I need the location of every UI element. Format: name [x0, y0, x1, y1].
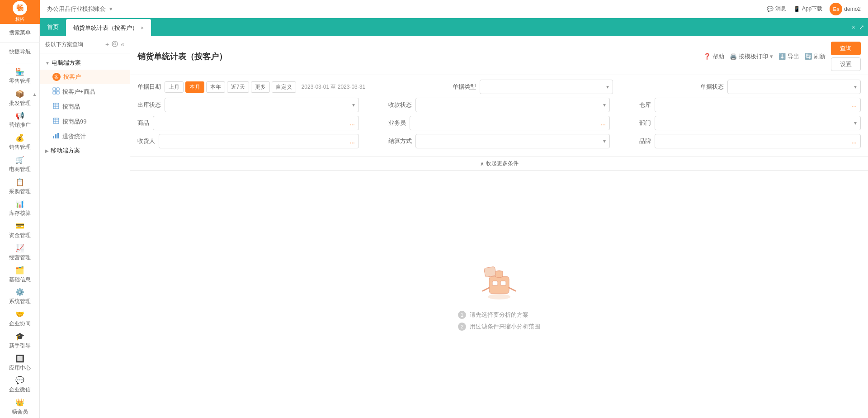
corp-icon: 🤝 — [15, 310, 24, 318]
svg-rect-18 — [489, 276, 509, 294]
brand-group: 品牌 ... — [639, 134, 861, 148]
scheme-group-desktop-header[interactable]: ▼ 电脑端方案 — [40, 56, 130, 70]
quick-nav-label: 快捷导航 — [9, 48, 31, 56]
brand-input[interactable]: ... — [655, 134, 861, 148]
sidebar-item-purchase[interactable]: 📋 采购管理 — [0, 176, 40, 198]
sidebar-item-wechat[interactable]: 💬 企业微信 — [0, 374, 40, 396]
apps-icon: 🔲 — [15, 354, 24, 363]
date-7days-btn[interactable]: 近7天 — [227, 81, 249, 93]
receiver-dots[interactable]: ... — [349, 138, 355, 145]
sidebar-item-basic[interactable]: 🗂️ 基础信息 — [0, 264, 40, 286]
svg-line-22 — [509, 288, 515, 291]
tab-home[interactable]: 首页 — [40, 18, 66, 36]
app-download-button[interactable]: 📱 App下载 — [793, 5, 822, 13]
scheme-item-by-customer-goods-label: 按客户+商品 — [62, 88, 95, 96]
topbar-title: 办公用品行业模拟账套 — [47, 5, 106, 13]
collapse-bar[interactable]: ∧ 收起更多条件 — [130, 157, 868, 171]
edit-scheme-icon[interactable] — [112, 41, 118, 48]
left-panel-header: 按以下方案查询 + « — [40, 36, 130, 53]
logo-symbol: 畅 — [16, 4, 24, 13]
wholesale-expand-icon: ▲ — [33, 92, 37, 97]
print-label: 按模板打印 — [739, 52, 768, 61]
sidebar-item-newbie[interactable]: 🎓 新手引导 — [0, 330, 40, 352]
app-download-label: App下载 — [802, 5, 822, 13]
tab-minimize-icon[interactable]: × — [852, 24, 855, 31]
out-status-select[interactable]: ▾ — [165, 98, 359, 112]
print-dropdown-icon[interactable]: ▾ — [770, 53, 773, 60]
scheme-group-mobile-header[interactable]: ▶ 移动端方案 — [40, 144, 130, 157]
quick-nav-item[interactable]: 快捷导航 — [0, 43, 40, 61]
tab-maximize-icon[interactable]: ⤢ — [859, 24, 864, 31]
sidebar-item-apps[interactable]: 🔲 应用中心 — [0, 352, 40, 374]
filter-row-2: 出库状态 ▾ 收款状态 ▾ — [137, 98, 861, 112]
goods-dots[interactable]: ... — [349, 119, 355, 127]
sidebar-item-inventory[interactable]: 📊 库存核算 — [0, 198, 40, 220]
scheme-item-by-goods99-label: 按商品99 — [62, 118, 86, 126]
sidebar-divider — [6, 63, 33, 63]
sidebar-item-member[interactable]: 👑 畅会员 — [0, 396, 40, 418]
scheme-item-return-stats[interactable]: 退货统计 — [40, 129, 130, 144]
system-icon: ⚙️ — [15, 288, 24, 296]
sidebar-item-ecommerce[interactable]: 🛒 电商管理 — [0, 153, 40, 176]
user-profile[interactable]: Ea demo2 — [830, 3, 861, 15]
sidebar-item-ecommerce-label: 电商管理 — [9, 166, 31, 173]
payment-status-select[interactable]: ▾ — [415, 98, 610, 112]
date-this-year-btn[interactable]: 本年 — [206, 81, 225, 93]
avatar: Ea — [830, 3, 842, 15]
date-custom-btn[interactable]: 自定义 — [272, 81, 296, 93]
sidebar-item-retail[interactable]: 🏪 零售管理 — [0, 65, 40, 87]
purchase-icon: 📋 — [15, 178, 24, 186]
sidebar-item-marketing[interactable]: 📢 营销推广 — [0, 109, 40, 132]
date-more-btn[interactable]: 更多 — [251, 81, 270, 93]
dept-select[interactable]: ▾ — [655, 116, 861, 130]
logo-icon: 畅 — [13, 1, 27, 15]
brand-dots[interactable]: ... — [851, 138, 857, 145]
date-this-month-btn[interactable]: 本月 — [185, 81, 204, 93]
receiver-input[interactable]: ... — [159, 134, 359, 148]
export-label: 导出 — [788, 52, 799, 61]
collapse-panel-icon[interactable]: « — [121, 41, 124, 48]
help-button[interactable]: ❓ 帮助 — [703, 52, 724, 61]
sidebar-item-sales[interactable]: 💰 销售管理 — [0, 131, 40, 153]
sidebar-item-apps-label: 应用中心 — [9, 364, 31, 372]
scheme-item-return-stats-label: 退货统计 — [62, 133, 86, 141]
warehouse-input[interactable]: ... — [655, 98, 861, 112]
query-button[interactable]: 查询 — [831, 42, 861, 55]
sidebar-item-system[interactable]: ⚙️ 系统管理 — [0, 286, 40, 308]
add-scheme-icon[interactable]: + — [105, 41, 109, 48]
sidebar-item-finance[interactable]: 💳 资金管理 — [0, 219, 40, 242]
settlement-select[interactable]: ▾ — [415, 134, 610, 148]
scheme-item-by-customer[interactable]: 客 按客户 — [40, 70, 130, 84]
sidebar-item-operation[interactable]: 📈 经营管理 — [0, 242, 40, 264]
receiver-label: 收货人 — [137, 137, 155, 145]
basic-icon: 🗂️ — [15, 266, 24, 275]
sidebar-logo[interactable]: 畅 标搭 — [0, 0, 40, 24]
search-menu-item[interactable]: 搜索菜单 — [0, 24, 40, 43]
settlement-arrow: ▾ — [603, 138, 606, 144]
doc-type-arrow: ▾ — [606, 84, 609, 90]
sidebar-item-marketing-label: 营销推广 — [9, 121, 31, 129]
date-last-month-btn[interactable]: 上月 — [165, 81, 184, 93]
print-button[interactable]: 🖨️ 按模板打印 ▾ — [730, 52, 773, 61]
message-button[interactable]: 💬 消息 — [767, 5, 786, 13]
sidebar-item-wholesale[interactable]: 📦 批发管理 ▲ — [0, 87, 40, 109]
topbar-dropdown-icon[interactable]: ▾ — [109, 5, 113, 12]
goods-input[interactable]: ... — [153, 116, 359, 130]
salesperson-input[interactable]: ... — [410, 116, 610, 130]
sidebar-item-finance-label: 资金管理 — [9, 232, 31, 239]
warehouse-dots[interactable]: ... — [851, 101, 857, 109]
svg-rect-3 — [57, 88, 59, 90]
scheme-item-by-goods99[interactable]: 按商品99 — [40, 114, 130, 129]
settings-button[interactable]: 设置 — [831, 57, 861, 71]
export-button[interactable]: ⬇️ 导出 — [778, 52, 799, 61]
salesperson-dots[interactable]: ... — [600, 119, 606, 127]
refresh-button[interactable]: 🔄 刷新 — [805, 52, 826, 61]
tab-sales-stats[interactable]: 销货单统计表（按客户） × — [66, 19, 151, 37]
doc-status-select[interactable]: ▾ — [727, 80, 861, 94]
tab-close-icon[interactable]: × — [141, 25, 144, 31]
scheme-item-by-goods[interactable]: 按商品 — [40, 99, 130, 114]
scheme-item-by-customer-goods[interactable]: 按客户+商品 — [40, 84, 130, 99]
sidebar-item-corp[interactable]: 🤝 企业协同 — [0, 308, 40, 330]
doc-type-select[interactable]: ▾ — [480, 80, 613, 94]
scheme-group-desktop-label: 电脑端方案 — [52, 59, 81, 67]
